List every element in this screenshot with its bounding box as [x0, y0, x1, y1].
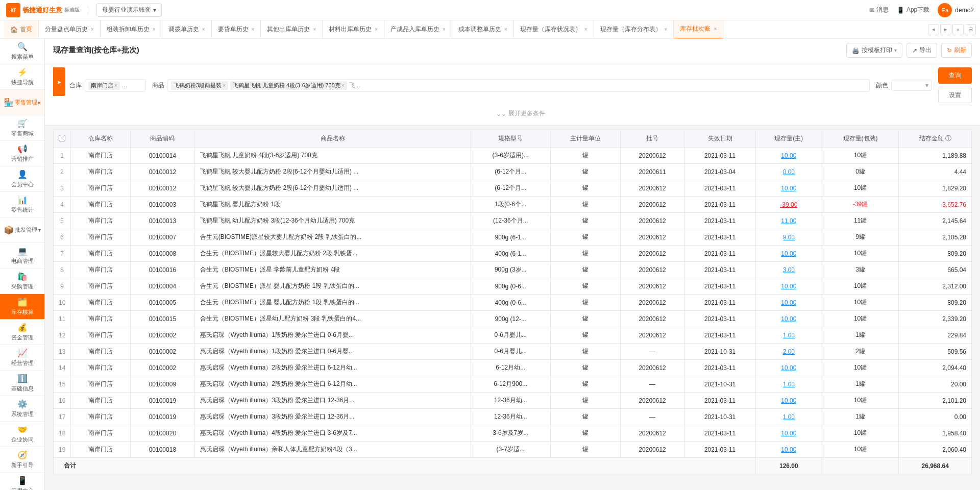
tab-材料出库单历史[interactable]: 材料出库单历史 ×: [323, 20, 384, 39]
close-icon[interactable]: ×: [714, 26, 717, 32]
query-button[interactable]: 查询: [938, 67, 972, 84]
close-icon[interactable]: ×: [443, 27, 446, 32]
row-qty-main[interactable]: 10.00: [755, 295, 822, 311]
row-qty-main[interactable]: 10.00: [755, 393, 822, 409]
row-qty-main[interactable]: 9.00: [755, 229, 822, 246]
qty-main-link[interactable]: 10.00: [781, 152, 796, 159]
row-qty-main[interactable]: 1.00: [755, 409, 822, 425]
tab-home[interactable]: 🏠 首页: [4, 20, 39, 39]
product-tag-container[interactable]: 飞鹤奶粉3段两提装 × 飞鹤星飞帆 儿童奶粉 4段(3-6岁适用) 700克 ×…: [167, 79, 870, 92]
sidebar-item-guide[interactable]: 🧭 新手引导: [0, 447, 44, 473]
sidebar-item-ecommerce[interactable]: 💻 电商管理: [0, 243, 44, 268]
app-download-action[interactable]: 📱 App下载: [897, 6, 929, 14]
message-action[interactable]: ✉ 消息: [869, 6, 889, 14]
close-icon[interactable]: ×: [313, 27, 316, 32]
row-qty-main[interactable]: 2.00: [755, 344, 822, 360]
close-icon[interactable]: ×: [375, 27, 378, 32]
sidebar-item-wholesale[interactable]: 📦 批发管理 ▾: [0, 217, 44, 243]
close-icon[interactable]: ×: [665, 27, 668, 32]
row-qty-main[interactable]: 10.00: [755, 148, 822, 164]
tab-next-arrow[interactable]: ▸: [940, 24, 951, 35]
qty-main-link[interactable]: 10.00: [781, 283, 796, 290]
row-qty-main[interactable]: 10.00: [755, 425, 822, 442]
sidebar-item-purchase[interactable]: 🛍️ 采购管理: [0, 268, 44, 294]
row-qty-main[interactable]: 10.00: [755, 246, 822, 262]
product-ellipsis[interactable]: 飞...: [349, 81, 360, 90]
qty-main-link[interactable]: 10.00: [781, 299, 796, 306]
qty-main-link[interactable]: 0.00: [783, 168, 795, 176]
row-qty-main[interactable]: 10.00: [755, 360, 822, 376]
row-qty-main[interactable]: 10.00: [755, 180, 822, 197]
settings-button[interactable]: 设置: [938, 87, 972, 103]
qty-main-link[interactable]: 3.00: [783, 266, 795, 274]
color-filter-container[interactable]: ▾: [891, 80, 932, 91]
tab-成本调整单历史[interactable]: 成本调整单历史 ×: [452, 20, 514, 39]
qty-main-link[interactable]: 11.00: [781, 217, 796, 225]
close-icon[interactable]: ×: [114, 83, 117, 88]
qty-main-link[interactable]: 10.00: [781, 250, 796, 257]
sidebar-item-retail-stats[interactable]: 📊 零售统计: [0, 192, 44, 217]
close-icon[interactable]: ×: [153, 27, 156, 32]
sidebar-item-finance[interactable]: 💰 资金管理: [0, 320, 44, 345]
close-icon[interactable]: ×: [202, 27, 205, 32]
qty-main-link[interactable]: 9.00: [783, 234, 795, 241]
qty-main-link[interactable]: -39.00: [780, 201, 797, 208]
sidebar-item-appcenter[interactable]: 📱 应用中心: [0, 473, 44, 490]
sidebar-item-operations[interactable]: 📈 经营管理: [0, 345, 44, 371]
sidebar-item-system[interactable]: ⚙️ 系统管理: [0, 396, 44, 422]
close-icon[interactable]: ×: [341, 83, 345, 88]
sidebar-item-inventory[interactable]: 🗂️ 库存核算: [0, 294, 44, 320]
row-qty-main[interactable]: 10.00: [755, 311, 822, 327]
chevron-down-icon[interactable]: ▾: [925, 82, 928, 89]
filter-ellipsis[interactable]: ...: [122, 82, 127, 89]
close-icon[interactable]: ×: [252, 27, 255, 32]
row-qty-main[interactable]: -39.00: [755, 197, 822, 213]
tab-产成品入库单历史[interactable]: 产成品入库单历史 ×: [384, 20, 452, 39]
row-qty-main[interactable]: 3.00: [755, 262, 822, 278]
close-icon[interactable]: ×: [223, 83, 226, 88]
sidebar-item-quicknav[interactable]: ⚡ 快捷导航: [0, 64, 44, 90]
select-all-checkbox[interactable]: [59, 135, 65, 141]
qty-main-link[interactable]: 10.00: [781, 185, 796, 192]
tab-要货单历史[interactable]: 要货单历史 ×: [212, 20, 261, 39]
tab-现存量库存分布表[interactable]: 现存量（库存分布表） ×: [594, 20, 674, 39]
qty-main-link[interactable]: 1.00: [783, 381, 795, 388]
close-icon[interactable]: ×: [91, 27, 94, 32]
tab-调拨单历史[interactable]: 调拨单历史 ×: [162, 20, 212, 39]
qty-main-link[interactable]: 2.00: [783, 348, 795, 355]
expand-more-btn[interactable]: ⌄⌄ 展开更多条件: [492, 107, 549, 120]
row-qty-main[interactable]: 10.00: [755, 278, 822, 295]
qty-main-link[interactable]: 10.00: [781, 397, 796, 404]
qty-main-link[interactable]: 1.00: [783, 332, 795, 339]
sidebar-item-marketing[interactable]: 📢 营销推广: [0, 141, 44, 166]
tab-组装拆卸单历史[interactable]: 组装拆卸单历史 ×: [101, 20, 162, 39]
sidebar-item-collaboration[interactable]: 🤝 企业协同: [0, 422, 44, 447]
tab-menu-arrow[interactable]: ⊟: [965, 24, 976, 35]
account-selector[interactable]: 母婴行业演示账套 ▾: [96, 3, 162, 17]
tab-prev-arrow[interactable]: ◂: [928, 24, 939, 35]
sidebar-item-members[interactable]: 👤 会员中心: [0, 166, 44, 192]
user-profile[interactable]: Ea demo2: [938, 3, 974, 17]
tab-现存量库存状况表[interactable]: 现存量（库存状况表） ×: [514, 20, 594, 39]
tab-分量盘点单历史[interactable]: 分量盘点单历史 ×: [39, 20, 101, 39]
row-qty-main[interactable]: 10.00: [755, 442, 822, 458]
sidebar-item-retail-mall[interactable]: 🛒 零售商城: [0, 115, 44, 141]
close-icon[interactable]: ×: [504, 27, 507, 32]
tab-库存批次账[interactable]: 库存批次账 ×: [674, 20, 723, 39]
tab-其他出库单历史[interactable]: 其他出库单历史 ×: [261, 20, 323, 39]
row-qty-main[interactable]: 1.00: [755, 376, 822, 393]
row-qty-main[interactable]: 11.00: [755, 213, 822, 229]
qty-main-link[interactable]: 10.00: [781, 315, 796, 323]
sidebar-item-search[interactable]: 🔍 搜索菜单: [0, 39, 44, 64]
close-icon[interactable]: ×: [584, 27, 587, 32]
qty-main-link[interactable]: 10.00: [781, 446, 796, 453]
filter-expand-btn[interactable]: ▸: [53, 67, 65, 96]
export-button[interactable]: ↗ 导出: [906, 43, 937, 58]
qty-main-link[interactable]: 1.00: [783, 413, 795, 421]
tab-close-arrow[interactable]: ×: [952, 24, 964, 35]
qty-main-link[interactable]: 10.00: [781, 430, 796, 437]
qty-main-link[interactable]: 10.00: [781, 364, 796, 372]
sidebar-item-retail-mgmt[interactable]: 🏪 零售管理 ▸: [0, 90, 44, 115]
refresh-button[interactable]: ↻ 刷新: [941, 43, 972, 58]
warehouse-tag-container[interactable]: 南岸门店 × ...: [85, 79, 146, 92]
